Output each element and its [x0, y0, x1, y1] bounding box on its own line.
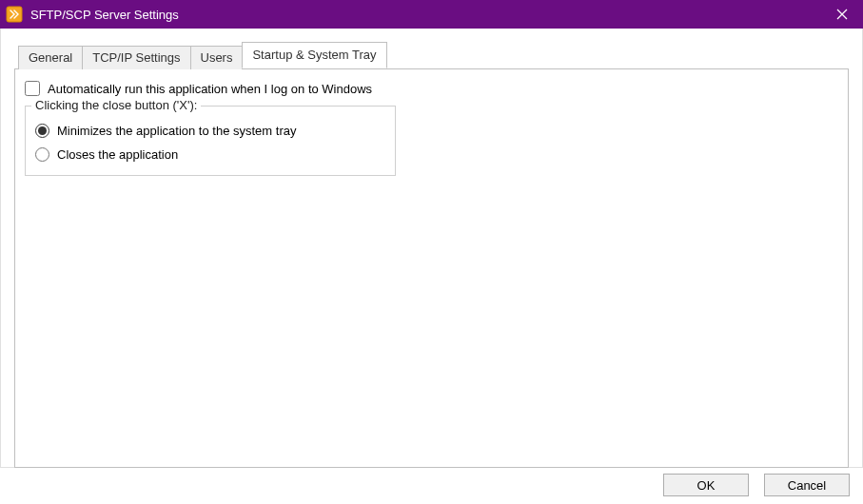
tab-strip: General TCP/IP Settings Users Startup & …: [18, 42, 849, 68]
button-bar: OK Cancel: [0, 468, 863, 496]
tab-tcpip[interactable]: TCP/IP Settings: [82, 46, 190, 69]
radio-minimize[interactable]: [35, 124, 49, 138]
radio-close[interactable]: [35, 147, 49, 162]
tab-startup[interactable]: Startup & System Tray: [242, 42, 386, 68]
radio-close-row[interactable]: Closes the application: [35, 147, 385, 162]
close-icon: [836, 9, 848, 20]
app-icon: [6, 6, 23, 23]
autorun-checkbox[interactable]: [25, 81, 40, 96]
close-behavior-group: Clicking the close button ('X'): Minimiz…: [25, 106, 396, 176]
window-close-button[interactable]: [820, 0, 863, 29]
ok-button[interactable]: OK: [663, 474, 749, 496]
close-group-title: Clicking the close button ('X'):: [31, 98, 201, 112]
radio-minimize-row[interactable]: Minimizes the application to the system …: [35, 124, 385, 138]
tab-general[interactable]: General: [18, 46, 83, 69]
tab-users[interactable]: Users: [190, 46, 244, 69]
titlebar: SFTP/SCP Server Settings: [0, 0, 863, 29]
radio-minimize-label: Minimizes the application to the system …: [57, 124, 296, 138]
autorun-label: Automatically run this application when …: [48, 82, 372, 96]
tab-panel-startup: Automatically run this application when …: [14, 68, 849, 468]
radio-close-label: Closes the application: [57, 147, 178, 162]
window-title: SFTP/SCP Server Settings: [30, 8, 179, 22]
cancel-button[interactable]: Cancel: [764, 474, 850, 496]
autorun-row[interactable]: Automatically run this application when …: [25, 81, 838, 96]
content-area: General TCP/IP Settings Users Startup & …: [0, 29, 863, 468]
